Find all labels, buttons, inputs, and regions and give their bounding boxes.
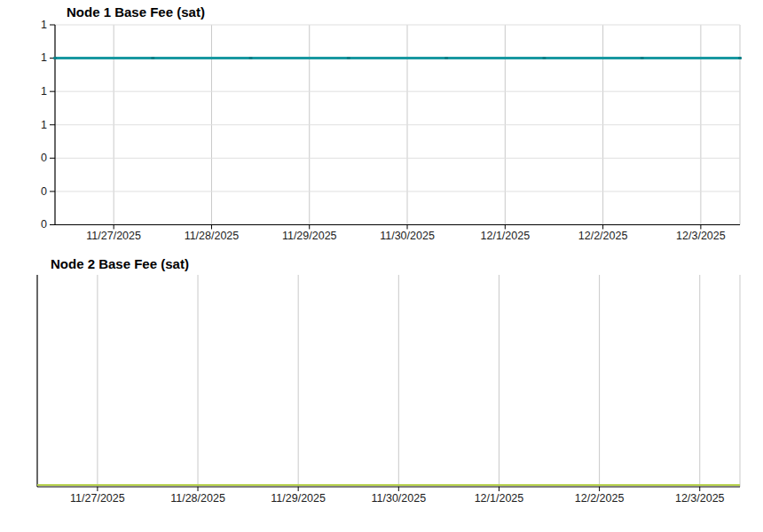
x-tick-label: 12/1/2025 (481, 230, 531, 242)
x-tick-label: 12/2/2025 (578, 230, 628, 242)
x-tick-label: 12/3/2025 (676, 230, 726, 242)
x-tick-label: 12/3/2025 (675, 492, 725, 505)
x-tick-label: 11/29/2025 (271, 492, 326, 505)
y-tick-label: 1 (41, 51, 47, 64)
series-marker (249, 57, 253, 59)
x-tick-label: 11/28/2025 (170, 492, 225, 505)
x-tick-label: 11/28/2025 (185, 230, 240, 242)
y-tick-label: 0 (41, 185, 47, 198)
x-tick-label: 11/29/2025 (282, 230, 337, 242)
charts-canvas: 11/27/202511/28/202511/29/202511/30/2025… (0, 0, 763, 532)
series-marker (738, 57, 742, 59)
y-tick-label: 1 (41, 119, 47, 131)
series-marker (542, 57, 546, 59)
y-tick-label: 0 (41, 152, 47, 164)
series-marker (444, 57, 448, 59)
x-tick-label: 11/27/2025 (70, 492, 125, 505)
y-tick-label: 1 (41, 19, 47, 31)
series-marker (151, 57, 154, 59)
y-tick-label: 1 (41, 85, 47, 98)
series-marker (347, 57, 350, 59)
charts-page: Node 1 Base Fee (sat) Node 2 Base Fee (s… (0, 0, 763, 532)
x-tick-label: 11/30/2025 (371, 492, 426, 505)
x-tick-label: 12/2/2025 (575, 492, 625, 505)
y-tick-label: 0 (41, 218, 47, 231)
x-tick-label: 12/1/2025 (475, 492, 524, 505)
series-marker (53, 57, 57, 59)
series-marker (641, 57, 644, 59)
x-tick-label: 11/30/2025 (380, 230, 435, 242)
x-tick-label: 11/27/2025 (86, 230, 141, 242)
